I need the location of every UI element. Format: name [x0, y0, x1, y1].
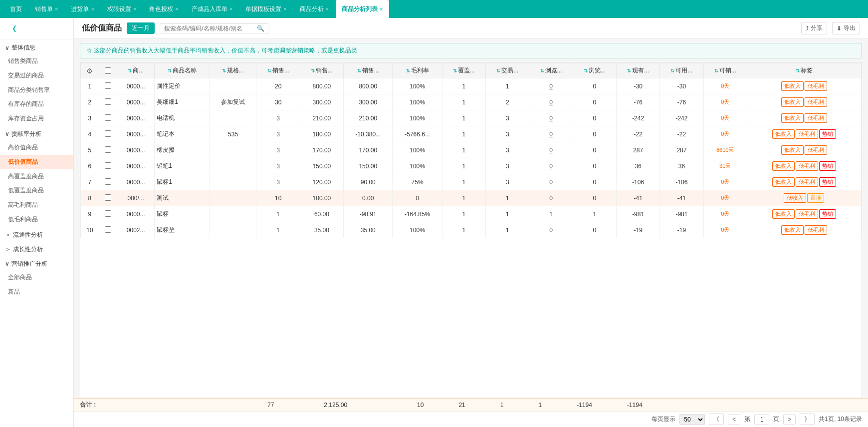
row-checkbox-cell[interactable]: [99, 110, 117, 126]
close-roles-icon[interactable]: ×: [175, 6, 178, 12]
row-checkbox[interactable]: [105, 82, 111, 89]
table-container[interactable]: ⚙ ⇅商... ⇅商品名称 ⇅规格... ⇅销售... ⇅销售... ⇅销售..…: [80, 62, 862, 398]
page-number-input[interactable]: [754, 415, 769, 425]
prev-page-button[interactable]: <: [728, 415, 740, 425]
sidebar-item-low-value[interactable]: 低价值商品: [0, 155, 73, 169]
nav-purchase[interactable]: 进货单 ×: [65, 0, 100, 18]
view1-link[interactable]: 0: [549, 195, 553, 202]
col-name[interactable]: ⇅商品名称: [155, 63, 210, 78]
col-spec[interactable]: ⇅规格...: [210, 63, 256, 78]
view1-link[interactable]: 0: [549, 179, 553, 186]
sidebar-item-stock-goods[interactable]: 有库存的商品: [0, 97, 73, 111]
row-checkbox[interactable]: [105, 226, 111, 233]
gear-icon[interactable]: ⚙: [86, 67, 93, 75]
row-view1[interactable]: 0: [529, 190, 573, 206]
view1-link[interactable]: 0: [549, 115, 553, 122]
row-name[interactable]: 吴细细1: [155, 94, 210, 110]
sidebar-group-circulation[interactable]: ＞ 流通性分析: [0, 227, 73, 241]
col-sales-amt[interactable]: ⇅销售...: [300, 63, 343, 78]
close-purchase-icon[interactable]: ×: [91, 6, 94, 12]
view1-link[interactable]: 1: [549, 211, 553, 218]
sidebar-item-all-goods[interactable]: 全部商品: [0, 270, 73, 285]
sidebar-item-high-margin[interactable]: 高毛利商品: [0, 198, 73, 212]
sidebar-item-sales-goods[interactable]: 销售类商品: [0, 54, 73, 68]
col-checkbox[interactable]: [99, 63, 117, 78]
row-name[interactable]: 鼠标: [155, 206, 210, 222]
row-checkbox-cell[interactable]: [99, 190, 117, 206]
view1-link[interactable]: 0: [549, 227, 553, 234]
row-name[interactable]: 电话机: [155, 110, 210, 126]
col-sales-avg[interactable]: ⇅销售...: [344, 63, 393, 78]
row-name[interactable]: 鼠标垫: [155, 222, 210, 238]
sidebar-group-growth[interactable]: ＞ 成长性分析: [0, 241, 73, 256]
sidebar-group-overall[interactable]: ∨ 整体信息: [0, 39, 73, 54]
col-saleable[interactable]: ⇅可销...: [703, 63, 747, 78]
row-checkbox-cell[interactable]: [99, 94, 117, 110]
close-permissions-icon[interactable]: ×: [133, 6, 136, 12]
row-checkbox-cell[interactable]: [99, 142, 117, 158]
nav-permissions[interactable]: 权限设置 ×: [101, 0, 142, 18]
close-goods-list-icon[interactable]: ×: [380, 6, 383, 12]
search-icon[interactable]: 🔍: [257, 25, 264, 32]
row-checkbox[interactable]: [105, 162, 111, 169]
sidebar-item-new-goods[interactable]: 新品: [0, 285, 73, 299]
row-checkbox[interactable]: [105, 194, 111, 201]
row-view1[interactable]: 0: [529, 110, 573, 126]
row-name[interactable]: 测试: [155, 190, 210, 206]
row-name[interactable]: 橡皮擦: [155, 142, 210, 158]
nav-roles[interactable]: 角色授权 ×: [143, 0, 184, 18]
view1-link[interactable]: 0: [549, 147, 553, 154]
row-view1[interactable]: 0: [529, 174, 573, 190]
sidebar-item-high-value[interactable]: 高价值商品: [0, 140, 73, 155]
row-checkbox-cell[interactable]: [99, 222, 117, 238]
sidebar-item-low-margin[interactable]: 低毛利商品: [0, 212, 73, 227]
row-view1[interactable]: 0: [529, 126, 573, 142]
col-gear[interactable]: ⚙: [81, 63, 99, 78]
sidebar-collapse-btn[interactable]: 《: [4, 21, 21, 36]
col-margin[interactable]: ⇅毛利率: [393, 63, 442, 78]
first-page-button[interactable]: 《: [709, 414, 724, 425]
row-checkbox-cell[interactable]: [99, 174, 117, 190]
row-view1[interactable]: 0: [529, 78, 573, 94]
search-input[interactable]: [164, 25, 254, 32]
nav-home[interactable]: 首页: [4, 0, 28, 18]
row-view1[interactable]: 0: [529, 94, 573, 110]
time-filter-button[interactable]: 近一月: [127, 22, 155, 34]
row-checkbox-cell[interactable]: [99, 206, 117, 222]
sidebar-item-category-sales[interactable]: 商品分类销售率: [0, 83, 73, 97]
last-page-button[interactable]: 》: [800, 414, 815, 425]
nav-goods-analysis-list[interactable]: 商品分析列表 ×: [336, 0, 389, 18]
close-sales-icon[interactable]: ×: [55, 6, 58, 12]
col-coverage[interactable]: ⇅覆盖...: [442, 63, 485, 78]
row-name[interactable]: 铅笔1: [155, 158, 210, 174]
col-code[interactable]: ⇅商...: [117, 63, 155, 78]
nav-goods-analysis[interactable]: 商品分析 ×: [294, 0, 335, 18]
row-checkbox[interactable]: [105, 130, 111, 137]
sidebar-group-marketing[interactable]: ∨ 营销推广分析: [0, 256, 73, 270]
row-checkbox-cell[interactable]: [99, 126, 117, 142]
row-checkbox[interactable]: [105, 210, 111, 217]
page-size-select[interactable]: 50 10 20 100: [679, 414, 705, 425]
col-tags[interactable]: ⇅标签: [747, 63, 861, 78]
next-page-button[interactable]: >: [783, 415, 796, 425]
row-checkbox-cell[interactable]: [99, 78, 117, 94]
view1-link[interactable]: 0: [549, 99, 553, 106]
row-checkbox-cell[interactable]: [99, 158, 117, 174]
view1-link[interactable]: 0: [549, 131, 553, 138]
row-checkbox[interactable]: [105, 178, 111, 185]
col-view1[interactable]: ⇅浏览...: [529, 63, 573, 78]
col-current[interactable]: ⇅现有...: [617, 63, 660, 78]
select-all-checkbox[interactable]: [105, 67, 111, 74]
row-checkbox[interactable]: [105, 114, 111, 121]
col-view2[interactable]: ⇅浏览...: [573, 63, 616, 78]
row-name[interactable]: 笔记本: [155, 126, 210, 142]
row-checkbox[interactable]: [105, 146, 111, 153]
row-view1[interactable]: 0: [529, 222, 573, 238]
row-checkbox[interactable]: [105, 98, 111, 105]
col-sales-qty[interactable]: ⇅销售...: [256, 63, 300, 78]
view1-link[interactable]: 0: [549, 83, 553, 90]
nav-products[interactable]: 产成品入库单 ×: [186, 0, 238, 18]
nav-sales[interactable]: 销售单 ×: [29, 0, 64, 18]
close-templates-icon[interactable]: ×: [283, 6, 286, 12]
export-button[interactable]: ⬇ 导出: [832, 22, 860, 34]
